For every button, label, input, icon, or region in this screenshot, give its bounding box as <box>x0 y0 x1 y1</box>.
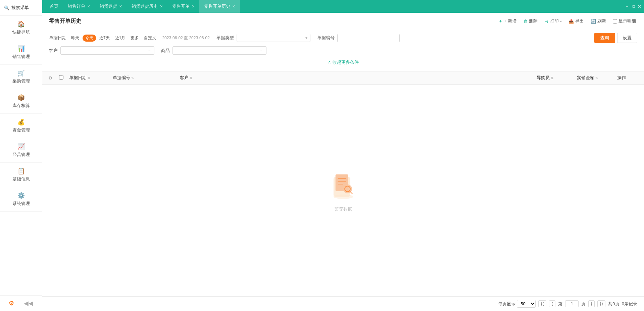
sidebar: 🔍 搜索采单 🏠 快捷导航 📊 销售管理 🛒 采购管理 📦 库存核算 💰 资金管… <box>0 0 42 311</box>
date-btn-yesterday[interactable]: 昨天 <box>69 35 81 42</box>
table-select-all[interactable] <box>56 75 66 81</box>
col-guide-label: 导购员 <box>537 75 550 81</box>
tab-retail-open-history[interactable]: 零售开单历史 ✕ <box>199 0 240 13</box>
per-page-label: 每页显示 <box>498 301 515 307</box>
tab-retail-open-close[interactable]: ✕ <box>192 4 195 9</box>
print-label: 打印 <box>550 18 559 24</box>
table-header: ⚙ 单据日期 ⇅ 单据编号 ⇅ 客户 ⇅ 导购员 ⇅ <box>42 71 644 85</box>
date-btn-1month[interactable]: 近1月 <box>113 35 128 42</box>
delete-icon: 🗑 <box>523 19 528 24</box>
print-button[interactable]: 🖨 打印 ▾ <box>543 17 563 25</box>
tab-bar-restore-icon[interactable]: ⧉ <box>632 4 635 9</box>
sidebar-item-label: 经营管理 <box>12 152 30 158</box>
print-icon: 🖨 <box>544 19 549 24</box>
sidebar-item-sales-mgmt[interactable]: 📊 销售管理 <box>0 40 42 65</box>
page-number-input[interactable] <box>565 300 579 307</box>
refresh-icon: 🔄 <box>591 19 596 24</box>
add-button[interactable]: ＋ + 新增 <box>497 17 518 25</box>
col-customer-sort: ⇅ <box>190 76 192 80</box>
customer-filter-group: 客户 ··· <box>49 46 154 55</box>
number-filter-input[interactable] <box>337 34 400 42</box>
tab-sales-return-history-close[interactable]: ✕ <box>160 4 163 9</box>
customer-select[interactable]: ··· <box>60 46 154 55</box>
number-filter-label: 单据编号 <box>317 35 335 41</box>
product-dots: ··· <box>260 48 263 53</box>
filter-row-2: 客户 ··· 商品 ··· <box>49 46 637 55</box>
date-btn-more[interactable]: 更多 <box>129 35 141 42</box>
date-btn-today[interactable]: 今天 <box>83 35 96 42</box>
sidebar-item-system-mgmt[interactable]: ⚙️ 系统管理 <box>0 187 42 212</box>
col-action: 操作 <box>614 75 641 81</box>
add-icon: ＋ <box>498 18 503 24</box>
print-arrow: ▾ <box>560 19 562 23</box>
col-date[interactable]: 单据日期 ⇅ <box>66 75 110 81</box>
product-select[interactable]: ··· <box>172 46 266 55</box>
search-icon: 🔍 <box>4 5 9 10</box>
display-detail-checkbox[interactable] <box>613 19 617 23</box>
system-icon: ⚙️ <box>17 192 25 199</box>
page-label-first: 第 <box>558 301 562 307</box>
delete-button[interactable]: 🗑 删除 <box>522 17 539 25</box>
product-filter-label: 商品 <box>161 48 170 54</box>
export-button[interactable]: 📤 导出 <box>567 17 585 25</box>
sidebar-item-label: 资金管理 <box>12 127 30 133</box>
sidebar-item-operations[interactable]: 📈 经营管理 <box>0 138 42 163</box>
refresh-button[interactable]: 🔄 刷新 <box>589 17 607 25</box>
tab-bar-close-icon[interactable]: ✕ <box>638 4 641 9</box>
purchase-icon: 🛒 <box>17 69 25 77</box>
action-buttons: 查询 设置 <box>594 33 637 43</box>
per-page-select[interactable]: 50 10 20 100 <box>517 300 536 308</box>
sidebar-item-basic-info[interactable]: 📋 基础信息 <box>0 163 42 187</box>
tab-sales-return-close[interactable]: ✕ <box>119 4 122 9</box>
operations-icon: 📈 <box>17 143 25 150</box>
sidebar-item-finance[interactable]: 💰 资金管理 <box>0 114 42 138</box>
page-last-btn[interactable]: ⟩⟩ <box>597 300 605 307</box>
date-btn-7days[interactable]: 近7天 <box>97 35 112 42</box>
sidebar-item-inventory[interactable]: 📦 库存核算 <box>0 89 42 114</box>
tab-retail-open[interactable]: 零售开单 ✕ <box>167 0 199 13</box>
sidebar-item-quick-nav[interactable]: 🏠 快捷导航 <box>0 16 42 40</box>
tab-home[interactable]: 首页 <box>45 0 63 13</box>
tab-sales-return-history[interactable]: 销货退货历史 ✕ <box>127 0 167 13</box>
sidebar-item-label: 销售管理 <box>12 54 30 60</box>
page-first-btn[interactable]: ⟨⟨ <box>538 300 546 307</box>
tab-retail-open-history-close[interactable]: ✕ <box>232 4 235 9</box>
content-area: 零售开单历史 ＋ + 新增 🗑 删除 🖨 打印 ▾ <box>42 13 644 311</box>
add-label: + 新增 <box>504 18 516 24</box>
query-button[interactable]: 查询 <box>594 33 615 43</box>
tab-sales-order[interactable]: 销售订单 ✕ <box>63 0 95 13</box>
page-next-btn[interactable]: ⟩ <box>588 300 595 307</box>
col-number[interactable]: 单据编号 ⇅ <box>110 75 177 81</box>
col-customer-label: 客户 <box>180 75 189 81</box>
page-prev-btn[interactable]: ⟨ <box>549 300 555 307</box>
col-customer[interactable]: 客户 ⇅ <box>177 75 534 81</box>
col-amount-sort: ⇅ <box>595 76 598 80</box>
settings-button[interactable]: 设置 <box>617 33 637 43</box>
col-guide[interactable]: 导购员 ⇅ <box>534 75 574 81</box>
product-filter-group: 商品 ··· <box>161 46 266 55</box>
type-filter-group: 单据类型 ▾ <box>216 34 310 42</box>
col-date-sort: ⇅ <box>88 76 90 80</box>
collapse-filter-row[interactable]: ∧ 收起更多条件 <box>49 58 637 68</box>
display-detail-checkbox-group[interactable]: 显示明细 <box>611 17 637 25</box>
tab-retail-open-label: 零售开单 <box>172 3 190 9</box>
export-label: 导出 <box>575 18 584 24</box>
sidebar-item-purchase-mgmt[interactable]: 🛒 采购管理 <box>0 65 42 89</box>
tab-sales-return[interactable]: 销货退货 ✕ <box>95 0 127 13</box>
tab-sales-order-close[interactable]: ✕ <box>87 4 90 9</box>
main-area: 首页 销售订单 ✕ 销货退货 ✕ 销货退货历史 ✕ 零售开单 ✕ 零售开单历史 … <box>42 0 644 311</box>
table-settings-icon[interactable]: ⚙ <box>45 75 56 81</box>
date-range-text: 2023-06-02 至 2023-06-02 <box>162 35 209 41</box>
date-btn-custom[interactable]: 自定义 <box>142 35 158 42</box>
col-amount[interactable]: 实销金额 ⇅ <box>574 75 614 81</box>
collapse-sidebar-icon[interactable]: ◀◀ <box>24 300 33 307</box>
date-shortcuts: 昨天 今天 近7天 近1月 更多 自定义 <box>69 35 158 42</box>
sidebar-item-label: 基础信息 <box>12 176 30 182</box>
type-select[interactable]: ▾ <box>237 34 310 42</box>
select-all-checkbox[interactable] <box>59 75 63 80</box>
page-header: 零售开单历史 ＋ + 新增 🗑 删除 🖨 打印 ▾ <box>42 13 644 71</box>
date-filter-group: 单据日期 昨天 今天 近7天 近1月 更多 自定义 2023-06-02 至 2… <box>49 35 210 42</box>
settings-bottom-icon[interactable]: ⚙ <box>9 300 14 307</box>
tab-bar-minus-icon[interactable]: － <box>625 3 629 9</box>
sidebar-search[interactable]: 🔍 搜索采单 <box>0 0 42 16</box>
